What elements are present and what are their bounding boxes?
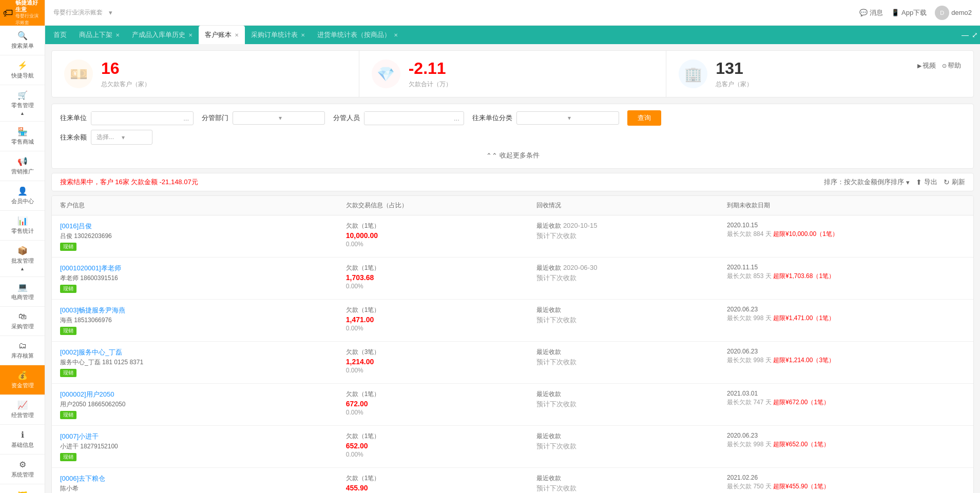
customer-name[interactable]: [0001020001]孝老师 <box>60 264 346 273</box>
table-header-col: 欠款交易信息（占比） <box>346 201 536 210</box>
stat-icon-building: 🏢 <box>679 60 707 88</box>
person-dots-btn[interactable]: ... <box>450 112 464 125</box>
person-input[interactable]: ... <box>364 111 464 125</box>
overdue-link[interactable]: 超限¥1,471.00（1笔） <box>773 314 835 322</box>
sidebar-item-营销推广[interactable]: 📢营销推广 <box>0 151 45 181</box>
customer-name[interactable]: [0002]服务中心_丁磊 <box>60 348 346 357</box>
debt-amount[interactable]: 672.00 <box>346 400 536 408</box>
refresh-label: 刷新 <box>952 178 965 187</box>
tab-close-icon[interactable]: ✕ <box>188 32 193 38</box>
debt-ratio: 0.00% <box>346 241 536 248</box>
help-link[interactable]: ⊙ 帮助 <box>942 61 961 70</box>
tab-close-icon[interactable]: ✕ <box>301 32 305 38</box>
source-unit-input[interactable]: ... <box>91 111 194 125</box>
customer-info-cell: [0003]畅捷服务尹海燕 海燕 18513066976 现销 <box>60 306 346 335</box>
source-unit-text-input[interactable] <box>91 112 179 124</box>
source-unit-dots-btn[interactable]: ... <box>179 112 193 125</box>
collapse-btn[interactable]: ⌃⌃ 收起更多条件 <box>484 149 542 162</box>
video-link[interactable]: ▶ 视频 <box>917 61 936 70</box>
debt-ratio: 0.00% <box>346 451 536 458</box>
overdue-link[interactable]: 超限¥1,703.68（1笔） <box>773 272 835 280</box>
search-button[interactable]: 查询 <box>627 110 661 126</box>
overdue-link[interactable]: 超限¥672.00（1笔） <box>773 399 830 406</box>
customer-name[interactable]: [0003]畅捷服务尹海燕 <box>60 306 346 315</box>
sidebar-item-零售商城[interactable]: 🏪零售商城 <box>0 122 45 151</box>
overdue-link[interactable]: 超限¥10,000.00（1笔） <box>773 230 838 238</box>
customer-info-cell: [0002]服务中心_丁磊 服务中心_丁磊 181 0125 8371 现销 <box>60 348 346 377</box>
filter-row-1: 往来单位 ... 分管部门 ▾ 分管人员 <box>60 110 965 126</box>
tab-close-icon[interactable]: ✕ <box>235 32 239 38</box>
sidebar-item-采购管理[interactable]: 🛍采购管理 <box>0 307 45 336</box>
customer-name[interactable]: [0006]去下粮仓 <box>60 474 346 483</box>
sidebar-item-经营管理[interactable]: 📈经营管理 <box>0 395 45 425</box>
tab-minimize-btn[interactable]: — <box>962 31 969 39</box>
sort-dropdown[interactable]: 排序：按欠款金额倒序排序 ▾ <box>824 178 910 187</box>
sidebar-item-系统管理[interactable]: ⚙系统管理 <box>0 455 45 484</box>
tab-进货单统计表（按商品）[interactable]: 进货单统计表（按商品）✕ <box>311 26 404 44</box>
sidebar-item-资金管理[interactable]: 💰资金管理 <box>0 365 45 395</box>
debt-amount[interactable]: 1,214.00 <box>346 358 536 366</box>
app-download-btn[interactable]: 📱 App下载 <box>891 8 927 17</box>
tab-首页[interactable]: 首页 <box>47 26 73 44</box>
overdue-link[interactable]: 超限¥652.00（1笔） <box>773 441 830 448</box>
due-date: 2020.10.15 <box>727 222 965 229</box>
tab-label: 进货单统计表（按商品） <box>317 30 391 40</box>
tab-close-icon[interactable]: ✕ <box>116 32 120 38</box>
debt-ratio: 0.00% <box>346 283 536 290</box>
tab-采购订单统计表[interactable]: 采购订单统计表✕ <box>245 26 311 44</box>
overdue-link[interactable]: 超限¥455.90（1笔） <box>773 483 830 490</box>
sidebar-item-快捷导航[interactable]: ⚡快捷导航 <box>0 55 45 85</box>
tab-label: 产成品入库单历史 <box>132 30 185 40</box>
sidebar-item-库存核算[interactable]: 🗂库存核算 <box>0 336 45 365</box>
nav-label: 零售商城 <box>11 138 34 146</box>
tab-客户账本[interactable]: 客户账本✕ <box>199 26 245 44</box>
table-header-col: 客户信息 <box>60 201 346 210</box>
return-info-cell: 最近收款 预计下次收款 <box>536 474 727 493</box>
customer-phone: 服务中心_丁磊 181 0125 8371 <box>60 358 346 367</box>
return-info-cell: 最近收款2020-06-30 预计下次收款 <box>536 264 727 283</box>
sidebar-item-批发管理[interactable]: 📦批发管理▲ <box>0 241 45 277</box>
customer-name[interactable]: [000002]用户2050 <box>60 390 346 399</box>
tab-商品上下架[interactable]: 商品上下架✕ <box>73 26 126 44</box>
nav-icon: 🤝 <box>17 489 28 493</box>
sidebar-item-电商管理[interactable]: 💻电商管理 <box>0 277 45 307</box>
nav-icon: 📢 <box>17 156 28 166</box>
person-text-input[interactable] <box>364 112 450 124</box>
due-date: 2020.06.23 <box>727 348 965 355</box>
debt-amount[interactable]: 10,000.00 <box>346 231 536 240</box>
debt-amount[interactable]: 1,471.00 <box>346 315 536 324</box>
nav-icon: 📈 <box>17 400 28 410</box>
customer-name[interactable]: [0016]吕俊 <box>60 222 346 231</box>
export-btn[interactable]: ⬆ 导出 <box>916 178 937 187</box>
unit-class-select[interactable]: ▾ <box>516 111 619 125</box>
last-collect: 最近收款2020-06-30 <box>536 264 727 272</box>
sidebar-item-基础信息[interactable]: ℹ基础信息 <box>0 425 45 455</box>
stat-value-debt-customers: 16 <box>101 59 150 78</box>
dept-select[interactable]: ▾ <box>233 111 325 125</box>
tab-close-icon[interactable]: ✕ <box>394 32 398 38</box>
sidebar-item-会员中心[interactable]: 👤会员中心 <box>0 181 45 211</box>
balance-select[interactable]: 选择... ▾ <box>91 130 152 145</box>
message-btn[interactable]: 💬 消息 <box>859 8 883 17</box>
stat-top-links: ▶ 视频 ⊙ 帮助 <box>917 59 961 70</box>
sidebar-item-企业协同[interactable]: 🤝企业协同 <box>0 484 45 493</box>
debt-amount[interactable]: 1,703.68 <box>346 273 536 282</box>
customer-name[interactable]: [0007]小进干 <box>60 432 346 441</box>
sidebar-item-搜索菜单[interactable]: 🔍搜索菜单 <box>0 26 45 55</box>
debt-amount[interactable]: 455.90 <box>346 484 536 492</box>
sidebar-item-零售统计[interactable]: 📊零售统计 <box>0 211 45 241</box>
debt-amount[interactable]: 652.00 <box>346 442 536 450</box>
debt-ratio: 0.00% <box>346 325 536 332</box>
stats-row: 💴 16 总欠款客户（家） 💎 -2.11 欠款合计（万） 🏢 131 总客户（… <box>51 50 974 97</box>
due-date-cell: 2020.06.23 最长欠款 998 天 超限¥1,214.00（3笔） <box>727 348 965 365</box>
user-area[interactable]: D demo2 <box>935 6 972 20</box>
refresh-btn[interactable]: ↻ 刷新 <box>944 178 965 187</box>
tab-产成品入库单历史[interactable]: 产成品入库单历史✕ <box>126 26 199 44</box>
balance-label: 往来余额 <box>60 133 87 142</box>
overdue-link[interactable]: 超限¥1,214.00（3笔） <box>773 357 835 364</box>
tab-expand-btn[interactable]: ⤢ <box>972 31 978 39</box>
result-actions: 排序：按欠款金额倒序排序 ▾ ⬆ 导出 ↻ 刷新 <box>824 178 965 187</box>
sidebar-item-零售管理[interactable]: 🛒零售管理▲ <box>0 85 45 122</box>
result-debt-total: -21,148.07元 <box>160 178 198 186</box>
table-row: [0016]吕俊 吕俊 13026203696 现销 欠款（1笔） 10,000… <box>52 215 973 258</box>
